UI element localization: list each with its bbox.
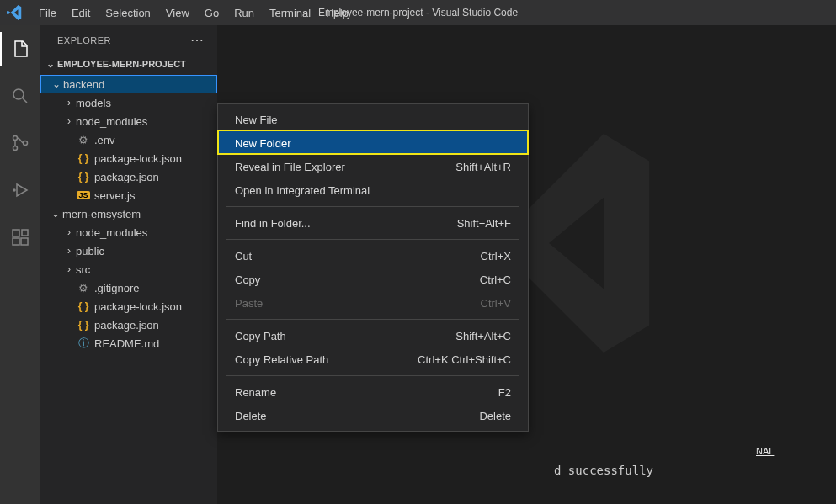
- context-menu-shortcut: Shift+Alt+F: [457, 217, 511, 230]
- menu-view[interactable]: View: [159, 3, 196, 23]
- chevron-down-icon: ⌄: [44, 58, 57, 70]
- tree-folder[interactable]: ⌄backend: [40, 75, 217, 93]
- context-menu-shortcut: Shift+Alt+C: [455, 330, 511, 342]
- context-menu-item[interactable]: New Folder: [218, 131, 528, 155]
- tree-folder[interactable]: ›node_modules: [40, 112, 217, 130]
- tree-file[interactable]: { }package.json: [40, 316, 217, 334]
- tree-folder[interactable]: ›public: [40, 241, 217, 260]
- chevron-right-icon: ›: [62, 245, 76, 257]
- tree-item-label: package.json: [94, 319, 159, 332]
- context-menu-item[interactable]: Find in Folder...Shift+Alt+F: [218, 211, 528, 235]
- tree-file[interactable]: ⚙.env: [40, 130, 217, 149]
- menu-file[interactable]: File: [32, 3, 63, 23]
- context-menu-shortcut: Ctrl+V: [481, 297, 511, 310]
- workspace-name: EMPLOYEE-MERN-PROJECT: [57, 59, 186, 69]
- context-menu-label: New File: [235, 114, 278, 126]
- menu-run[interactable]: Run: [227, 3, 261, 23]
- file-tree: ⌄backend›models›node_modules⚙.env{ }pack…: [40, 73, 217, 504]
- tree-file[interactable]: { }package.json: [40, 167, 217, 186]
- tree-item-label: package-lock.json: [94, 300, 182, 313]
- tree-item-label: backend: [63, 78, 104, 91]
- explorer-header: EXPLORER ⋯: [40, 25, 217, 55]
- context-menu-label: Copy Relative Path: [235, 353, 328, 366]
- context-menu-item[interactable]: Copy Relative PathCtrl+K Ctrl+Shift+C: [218, 347, 528, 371]
- tree-file[interactable]: JSserver.js: [40, 186, 217, 204]
- explorer-title: EXPLORER: [57, 35, 111, 45]
- context-menu-item[interactable]: DeleteDelete: [218, 404, 528, 427]
- menu-selection[interactable]: Selection: [99, 3, 157, 23]
- braces-icon: { }: [76, 171, 91, 183]
- activity-explorer-icon[interactable]: [0, 32, 40, 66]
- svg-rect-5: [13, 230, 19, 236]
- tree-folder[interactable]: ›src: [40, 260, 217, 279]
- context-menu-item[interactable]: Reveal in File ExplorerShift+Alt+R: [218, 155, 528, 178]
- activity-search-icon[interactable]: [0, 79, 40, 113]
- chevron-right-icon: ›: [62, 97, 76, 109]
- svg-point-0: [13, 89, 24, 99]
- chevron-down-icon: ⌄: [50, 78, 63, 90]
- context-menu-label: Open in Integrated Terminal: [235, 184, 370, 197]
- context-menu-label: New Folder: [235, 137, 290, 150]
- svg-rect-6: [13, 238, 19, 245]
- panel-tab-terminal[interactable]: NAL: [756, 446, 774, 456]
- context-menu-shortcut: Ctrl+X: [481, 250, 511, 263]
- activity-debug-icon[interactable]: [0, 173, 40, 207]
- context-menu-item[interactable]: Copy PathShift+Alt+C: [218, 324, 528, 347]
- svg-rect-8: [22, 230, 28, 236]
- context-menu-item[interactable]: CopyCtrl+C: [218, 268, 528, 291]
- tree-folder[interactable]: ⌄mern-emsystem: [40, 204, 217, 223]
- gear-icon: ⚙: [76, 282, 91, 294]
- context-menu-shortcut: Shift+Alt+R: [455, 161, 511, 173]
- context-menu-label: Paste: [235, 297, 263, 310]
- tree-item-label: package.json: [94, 171, 159, 183]
- context-menu-label: Copy Path: [235, 330, 286, 342]
- tree-item-label: server.js: [94, 189, 135, 202]
- svg-rect-7: [21, 238, 28, 245]
- chevron-right-icon: ›: [62, 115, 76, 127]
- activity-scm-icon[interactable]: [0, 126, 40, 160]
- tree-folder[interactable]: ›node_modules: [40, 223, 217, 241]
- svg-point-4: [13, 189, 15, 191]
- context-menu-label: Cut: [235, 250, 252, 263]
- context-menu-separator: [226, 319, 519, 320]
- menu-edit[interactable]: Edit: [65, 3, 97, 23]
- braces-icon: { }: [76, 152, 91, 164]
- context-menu-item[interactable]: New File: [218, 108, 528, 131]
- gear-icon: ⚙: [76, 134, 91, 146]
- tree-file[interactable]: ⚙.gitignore: [40, 279, 217, 297]
- app-menu: File Edit Selection View Go Run Terminal…: [29, 3, 355, 23]
- context-menu-separator: [226, 239, 519, 240]
- context-menu-item[interactable]: RenameF2: [218, 380, 528, 404]
- explorer-sidebar: EXPLORER ⋯ ⌄ EMPLOYEE-MERN-PROJECT ⌄back…: [40, 25, 217, 504]
- info-icon: ⓘ: [76, 336, 91, 351]
- activity-bar: [0, 25, 40, 504]
- context-menu-label: Rename: [235, 386, 276, 399]
- svg-point-2: [13, 146, 18, 151]
- js-icon: JS: [76, 191, 91, 199]
- tree-file[interactable]: { }package-lock.json: [40, 297, 217, 316]
- tree-item-label: mern-emsystem: [62, 208, 141, 220]
- svg-point-1: [13, 136, 18, 141]
- tree-folder[interactable]: ›models: [40, 93, 217, 112]
- tree-file[interactable]: { }package-lock.json: [40, 149, 217, 167]
- chevron-down-icon: ⌄: [49, 208, 62, 220]
- context-menu-separator: [226, 206, 519, 207]
- menu-terminal[interactable]: Terminal: [263, 3, 317, 23]
- more-actions-icon[interactable]: ⋯: [190, 32, 205, 48]
- context-menu-item: PasteCtrl+V: [218, 291, 528, 315]
- menu-go[interactable]: Go: [198, 3, 226, 23]
- context-menu-item[interactable]: CutCtrl+X: [218, 244, 528, 268]
- context-menu-shortcut: Delete: [479, 410, 511, 422]
- tree-item-label: public: [76, 245, 104, 257]
- svg-point-3: [24, 141, 28, 146]
- terminal-output: d successfully: [554, 464, 653, 477]
- context-menu-shortcut: F2: [498, 386, 511, 399]
- activity-extensions-icon[interactable]: [0, 220, 40, 254]
- workspace-section-header[interactable]: ⌄ EMPLOYEE-MERN-PROJECT: [40, 55, 217, 73]
- window-title: Employee-mern-project - Visual Studio Co…: [318, 7, 518, 19]
- tree-file[interactable]: ⓘREADME.md: [40, 334, 217, 353]
- context-menu-item[interactable]: Open in Integrated Terminal: [218, 178, 528, 202]
- tree-item-label: package-lock.json: [94, 152, 182, 165]
- tree-item-label: .env: [94, 134, 115, 146]
- titlebar: File Edit Selection View Go Run Terminal…: [0, 0, 836, 25]
